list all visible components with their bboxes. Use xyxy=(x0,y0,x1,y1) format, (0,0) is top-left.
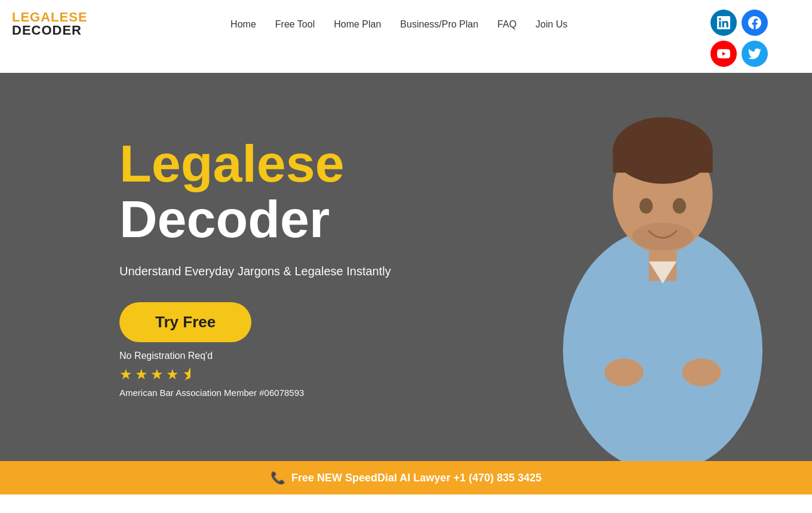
logo[interactable]: LEGALESE DECODER xyxy=(12,6,88,37)
star-1: ★ xyxy=(119,366,133,383)
star-2: ★ xyxy=(135,366,148,383)
aba-member-text: American Bar Association Member #0607859… xyxy=(119,388,391,398)
svg-point-11 xyxy=(673,198,686,214)
logo-top: LEGALESE xyxy=(12,11,88,24)
nav-business-pro-plan[interactable]: Business/Pro Plan xyxy=(400,19,478,30)
svg-point-9 xyxy=(605,358,644,386)
hero-section: Legalese Decoder Understand Everyday Jar… xyxy=(0,73,812,461)
nav-join-us[interactable]: Join Us xyxy=(536,19,567,30)
linkedin-icon[interactable] xyxy=(710,10,737,36)
star-3: ★ xyxy=(150,366,164,383)
svg-rect-3 xyxy=(613,150,712,173)
hero-title-white: Decoder xyxy=(119,192,391,247)
svg-point-8 xyxy=(682,358,721,386)
bottom-bar-label: Free NEW SpeedDial AI Lawyer +1 (470) 83… xyxy=(291,472,542,484)
bottom-bar[interactable]: 📞 Free NEW SpeedDial AI Lawyer +1 (470) … xyxy=(0,461,812,494)
star-5-half: ⯨ xyxy=(182,366,196,383)
nav-faq[interactable]: FAQ xyxy=(497,19,516,30)
nav-free-tool[interactable]: Free Tool xyxy=(275,19,315,30)
star-rating: ★ ★ ★ ★ ⯨ xyxy=(119,366,391,383)
youtube-icon[interactable] xyxy=(710,41,737,67)
hero-content: Legalese Decoder Understand Everyday Jar… xyxy=(0,100,391,434)
header: LEGALESE DECODER Home Free Tool Home Pla… xyxy=(0,0,812,73)
hero-person-image xyxy=(513,73,812,461)
phone-icon: 📞 xyxy=(270,471,285,485)
hero-subtitle: Understand Everyday Jargons & Legalese I… xyxy=(119,265,391,278)
logo-bottom: DECODER xyxy=(12,24,88,37)
hero-title-yellow: Legalese xyxy=(119,136,391,191)
svg-point-10 xyxy=(639,198,653,214)
try-free-button[interactable]: Try Free xyxy=(119,302,251,342)
facebook-icon[interactable] xyxy=(742,10,768,36)
star-4: ★ xyxy=(166,366,179,383)
nav-home-plan[interactable]: Home Plan xyxy=(334,19,381,30)
svg-point-12 xyxy=(632,223,693,250)
nav-home[interactable]: Home xyxy=(230,19,256,30)
main-nav: Home Free Tool Home Plan Business/Pro Pl… xyxy=(230,6,567,30)
twitter-icon[interactable] xyxy=(742,41,768,67)
social-icons-group xyxy=(710,6,794,67)
no-registration-text: No Registration Req'd xyxy=(119,351,391,361)
